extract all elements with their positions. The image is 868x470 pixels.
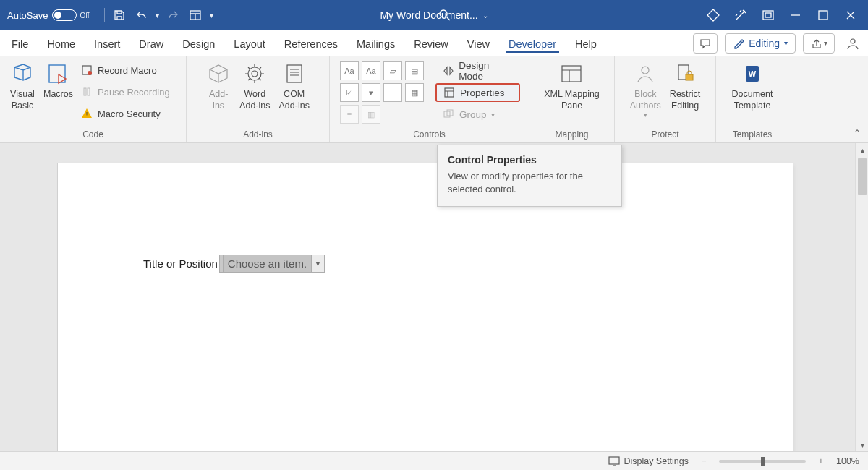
editing-mode-button[interactable]: Editing ▾ (725, 33, 796, 54)
svg-rect-14 (287, 65, 302, 82)
save-icon[interactable] (112, 8, 127, 22)
svg-rect-6 (49, 65, 65, 82)
svg-point-1 (440, 10, 447, 17)
tab-file[interactable]: File (9, 34, 31, 53)
autosave-label: AutoSave (7, 10, 48, 21)
tab-insert[interactable]: Insert (91, 34, 123, 53)
properties-button[interactable]: Properties (435, 83, 520, 102)
block-authors-button[interactable]: Block Authors▾ (626, 59, 665, 120)
block-authors-icon (633, 61, 658, 86)
dropdown-control-icon[interactable]: ☰ (383, 83, 402, 102)
com-addins-button[interactable]: COM Add-ins (275, 59, 314, 111)
tab-design[interactable]: Design (179, 34, 218, 53)
autosave-toggle[interactable] (52, 9, 77, 21)
record-macro-button[interactable]: Record Macro (80, 61, 170, 79)
checkbox-control-icon[interactable]: ☑ (340, 83, 359, 102)
design-mode-button[interactable]: Design Mode (435, 61, 520, 80)
visual-basic-button[interactable]: Visual Basic (6, 59, 39, 111)
ribbon-developer: Visual Basic Macros Record Macro Pause R… (0, 56, 868, 143)
collapse-ribbon-icon[interactable]: ⌃ (854, 128, 861, 138)
account-icon[interactable] (845, 36, 859, 51)
datepicker-control-icon[interactable]: ▦ (405, 83, 424, 102)
group-label-templates: Templates (722, 128, 783, 142)
document-template-button[interactable]: W Document Template (728, 59, 778, 111)
svg-rect-10 (88, 88, 90, 95)
macros-button[interactable]: Macros (39, 59, 77, 101)
properties-icon (443, 86, 456, 99)
svg-rect-9 (84, 88, 86, 95)
xml-mapping-icon (559, 61, 584, 86)
rich-text-control-icon[interactable]: Aa (340, 61, 359, 80)
building-block-control-icon[interactable]: ▤ (405, 61, 424, 80)
autosave-control[interactable]: AutoSave Off (0, 9, 97, 21)
search-icon[interactable] (438, 8, 452, 22)
picture-control-icon[interactable]: ▱ (383, 61, 402, 80)
tab-mailings[interactable]: Mailings (354, 34, 398, 53)
word-addins-icon (242, 61, 267, 86)
maximize-icon[interactable] (816, 8, 830, 22)
window-controls-icon[interactable] (761, 8, 775, 22)
qat-customize-icon[interactable]: ▾ (210, 12, 213, 20)
combobox-control-icon[interactable]: ▾ (362, 83, 380, 102)
svg-point-19 (642, 67, 649, 74)
word-addins-button[interactable]: Word Add-ins (235, 59, 274, 111)
macro-security-button[interactable]: ! Macro Security (80, 105, 170, 122)
cc-placeholder[interactable]: Choose an item. (224, 255, 312, 273)
content-control-dropdown[interactable]: Choose an item. ▼ (219, 255, 325, 273)
zoom-in-button[interactable]: + (816, 456, 826, 466)
close-icon[interactable] (843, 8, 858, 22)
svg-point-5 (851, 39, 855, 43)
minimize-icon[interactable] (788, 8, 803, 22)
plain-text-control-icon[interactable]: Aa (362, 61, 380, 80)
ribbon-tabs: File Home Insert Draw Design Layout Refe… (0, 30, 868, 56)
quick-access-toolbar: ▾ ▾ (97, 8, 221, 22)
scroll-up-icon[interactable]: ▴ (856, 143, 868, 156)
document-title-area[interactable]: My Word Document... ⌄ (380, 9, 488, 21)
document-area (0, 143, 868, 451)
undo-more-icon[interactable]: ▾ (156, 12, 159, 20)
cc-chevron-icon[interactable]: ▼ (312, 255, 325, 273)
macro-security-icon: ! (80, 107, 93, 120)
autosave-state: Off (80, 12, 89, 20)
scroll-thumb[interactable] (858, 158, 867, 195)
tab-references[interactable]: References (281, 34, 341, 53)
share-button[interactable]: ▾ (803, 33, 835, 54)
svg-rect-3 (765, 13, 771, 17)
visual-basic-icon (10, 61, 35, 86)
svg-text:W: W (749, 69, 757, 78)
display-settings-button[interactable]: Display Settings (608, 456, 689, 466)
group-button: Group ▾ (435, 105, 520, 124)
tab-developer[interactable]: Developer (506, 34, 559, 53)
legacy-controls-icon[interactable]: ▥ (362, 105, 380, 124)
redo-icon[interactable] (166, 8, 181, 22)
zoom-level[interactable]: 100% (836, 456, 859, 466)
tab-home[interactable]: Home (44, 34, 78, 53)
wand-icon[interactable] (733, 8, 748, 22)
svg-point-13 (252, 71, 258, 77)
document-page[interactable] (58, 163, 793, 451)
zoom-slider[interactable] (719, 460, 806, 463)
tab-view[interactable]: View (464, 34, 493, 53)
tab-draw[interactable]: Draw (136, 34, 166, 53)
editing-label: Editing (749, 38, 780, 49)
undo-icon[interactable] (134, 8, 148, 22)
comments-button[interactable] (693, 33, 718, 54)
pause-recording-icon (80, 85, 93, 98)
field-label: Title or Position (143, 257, 218, 270)
tab-review[interactable]: Review (411, 34, 451, 53)
diamond-icon[interactable] (706, 8, 720, 22)
scroll-down-icon[interactable]: ▾ (856, 438, 868, 451)
properties-tooltip: Control Properties View or modify proper… (437, 145, 622, 207)
design-mode-icon (442, 64, 454, 77)
addins-button[interactable]: Add- ins (202, 59, 235, 111)
zoom-out-button[interactable]: − (699, 456, 709, 466)
vertical-scrollbar[interactable]: ▴ ▾ (855, 143, 868, 451)
restrict-editing-button[interactable]: Restrict Editing (665, 59, 705, 111)
title-chevron-icon[interactable]: ⌄ (482, 12, 488, 20)
quickparts-icon[interactable] (188, 8, 203, 22)
tab-layout[interactable]: Layout (231, 34, 268, 53)
tab-help[interactable]: Help (572, 34, 600, 53)
repeating-control-icon[interactable]: ≡ (340, 105, 359, 124)
tooltip-body: View or modify properties for the select… (448, 170, 611, 196)
xml-mapping-button[interactable]: XML Mapping Pane (540, 59, 604, 111)
